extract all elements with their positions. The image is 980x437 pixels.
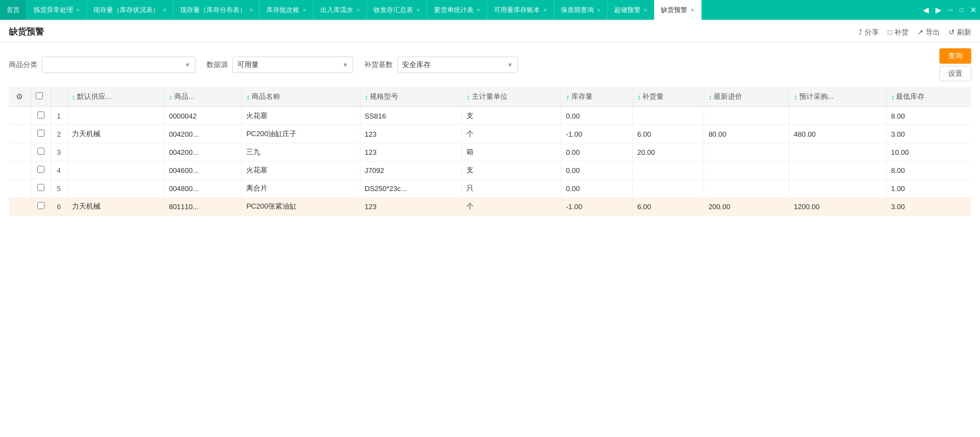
cell-stock-5: -1.00 <box>561 198 633 216</box>
cell-check-4[interactable] <box>31 180 51 198</box>
table-body: 1 0000042 火花塞 SS816 支 0.00 8.00 2 力天机械 0… <box>9 107 971 216</box>
th-spec[interactable]: ↕ 规格型号 <box>360 87 461 107</box>
window-maximize-btn[interactable]: □ <box>956 0 967 20</box>
row-checkbox-0[interactable] <box>37 111 44 119</box>
cell-supplier-1: 力天机械 <box>67 125 164 143</box>
cell-replenish-0 <box>632 107 704 125</box>
cell-code-4: 004800... <box>164 180 242 198</box>
th-estimated-purchase[interactable]: ↕ 预计采购... <box>789 87 887 107</box>
th-stock[interactable]: ↕ 库存量 <box>561 87 633 107</box>
cell-spec-3: J7092 <box>360 161 461 180</box>
close-tab-4[interactable]: × <box>303 7 306 13</box>
replenish-button[interactable]: □ 补货 <box>888 27 909 37</box>
cell-spec-4: DS250*23c... <box>360 180 461 198</box>
tab-inout-flow[interactable]: 出入库流水 × <box>314 0 367 20</box>
tab-pick-exception[interactable]: 拣货异常处理 × <box>27 0 87 20</box>
cell-rownum-1: 2 <box>51 125 67 143</box>
row-checkbox-2[interactable] <box>37 148 44 155</box>
cell-min-stock-3: 8.00 <box>886 161 971 180</box>
table-row: 5 004800... 离合片 DS250*23c... 只 0.00 1.00 <box>9 180 971 198</box>
row-checkbox-4[interactable] <box>37 184 44 191</box>
tab-overstock-warning[interactable]: 超储预警 × <box>608 0 654 20</box>
close-tab-11[interactable]: × <box>691 7 694 13</box>
cell-stock-4: 0.00 <box>561 180 633 198</box>
sort-estimated-icon: ↕ <box>794 93 798 101</box>
cell-check-0[interactable] <box>31 107 51 125</box>
cell-rownum-5: 6 <box>51 198 67 216</box>
tab-batch-account[interactable]: 库存批次账 × <box>260 0 313 20</box>
cell-stock-2: 0.00 <box>561 143 633 161</box>
cell-check-5[interactable] <box>31 198 51 216</box>
cell-gear-2 <box>9 143 31 161</box>
tab-home[interactable]: 首页 <box>0 0 27 20</box>
replenish-basis-select[interactable]: 安全库存 ▼ <box>397 57 518 73</box>
sort-supplier-icon: ↕ <box>72 93 76 101</box>
th-latest-price[interactable]: ↕ 最新进价 <box>704 87 789 107</box>
row-checkbox-1[interactable] <box>37 130 44 137</box>
cell-spec-0: SS816 <box>360 107 461 125</box>
th-min-stock[interactable]: ↕ 最低库存 <box>886 87 971 107</box>
cell-check-1[interactable] <box>31 125 51 143</box>
close-tab-5[interactable]: × <box>357 7 360 13</box>
sort-unit-icon: ↕ <box>466 93 470 101</box>
cell-code-1: 004200... <box>164 125 242 143</box>
close-tab-10[interactable]: × <box>644 7 647 13</box>
close-tab-1[interactable]: × <box>76 7 80 13</box>
tab-available-ledger[interactable]: 可用量库存账本 × <box>487 0 554 20</box>
table-row: 1 0000042 火花塞 SS816 支 0.00 8.00 <box>9 107 971 125</box>
replenish-basis-chevron-icon: ▼ <box>507 61 513 68</box>
th-product-name[interactable]: ↕ 商品名称 <box>242 87 360 107</box>
datasource-select[interactable]: 可用量 ▼ <box>232 57 353 73</box>
cell-rownum-2: 3 <box>51 143 67 161</box>
cell-estimated-2 <box>789 143 887 161</box>
close-tab-2[interactable]: × <box>163 7 166 13</box>
datasource-filter-group: 数据源 可用量 ▼ <box>207 57 353 73</box>
cell-rownum-3: 4 <box>51 161 67 180</box>
cell-check-3[interactable] <box>31 161 51 180</box>
settings-button[interactable]: 设置 <box>939 66 971 81</box>
cell-name-5: PC200张紧油缸 <box>242 198 360 216</box>
column-settings-btn[interactable]: ⚙ <box>15 91 24 102</box>
tab-shortage-warning[interactable]: 缺货预警 × <box>654 0 701 20</box>
window-close-btn[interactable]: ✕ <box>967 0 980 20</box>
close-tab-8[interactable]: × <box>543 7 547 13</box>
cell-stock-1: -1.00 <box>561 125 633 143</box>
th-checkbox <box>31 87 51 107</box>
close-tab-3[interactable]: × <box>249 7 253 13</box>
nav-right-arrow[interactable]: ▶ <box>932 0 945 20</box>
th-product-code[interactable]: ↕ 商品... <box>164 87 242 107</box>
row-checkbox-5[interactable] <box>37 202 44 209</box>
refresh-button[interactable]: ↺ 刷新 <box>949 27 971 37</box>
close-tab-9[interactable]: × <box>597 7 600 13</box>
share-button[interactable]: ⤴ 分享 <box>859 27 879 37</box>
cell-check-2[interactable] <box>31 143 51 161</box>
th-replenish[interactable]: ↕ 补货量 <box>632 87 704 107</box>
tab-expiry-query[interactable]: 保质期查询 × <box>554 0 608 20</box>
cell-unit-2: 箱 <box>462 143 561 161</box>
th-supplier[interactable]: ↕ 默认供应... <box>67 87 164 107</box>
row-checkbox-3[interactable] <box>37 166 44 173</box>
tab-inventory-distribution[interactable]: 现存量（库存分布表） × <box>174 0 260 20</box>
cell-spec-2: 123 <box>360 143 461 161</box>
tab-summary[interactable]: 收发存汇总表 × <box>367 0 427 20</box>
th-unit[interactable]: ↕ 主计量单位 <box>462 87 561 107</box>
category-filter-group: 商品分类 ▼ <box>9 57 196 73</box>
category-select[interactable]: ▼ <box>42 57 196 73</box>
select-all-checkbox[interactable] <box>36 92 43 99</box>
query-button[interactable]: 查询 <box>939 48 971 64</box>
cell-unit-5: 个 <box>462 198 561 216</box>
cell-min-stock-1: 3.00 <box>886 125 971 143</box>
nav-left-arrow[interactable]: ◀ <box>920 0 932 20</box>
cell-gear-3 <box>9 161 31 180</box>
close-tab-6[interactable]: × <box>416 7 420 13</box>
cell-estimated-1: 480.00 <box>789 125 887 143</box>
tab-demand-stats[interactable]: 要货单统计表 × <box>427 0 487 20</box>
th-gear: ⚙ <box>9 87 31 107</box>
top-navigation: 首页 拣货异常处理 × 现存量（库存状况表） × 现存量（库存分布表） × 库存… <box>0 0 980 20</box>
window-minimize-btn[interactable]: ─ <box>945 0 956 20</box>
close-tab-7[interactable]: × <box>477 7 480 13</box>
tab-inventory-status[interactable]: 现存量（库存状况表） × <box>87 0 173 20</box>
cell-min-stock-2: 10.00 <box>886 143 971 161</box>
export-button[interactable]: ↗ 导出 <box>917 27 940 37</box>
cell-latest-price-3 <box>704 161 789 180</box>
